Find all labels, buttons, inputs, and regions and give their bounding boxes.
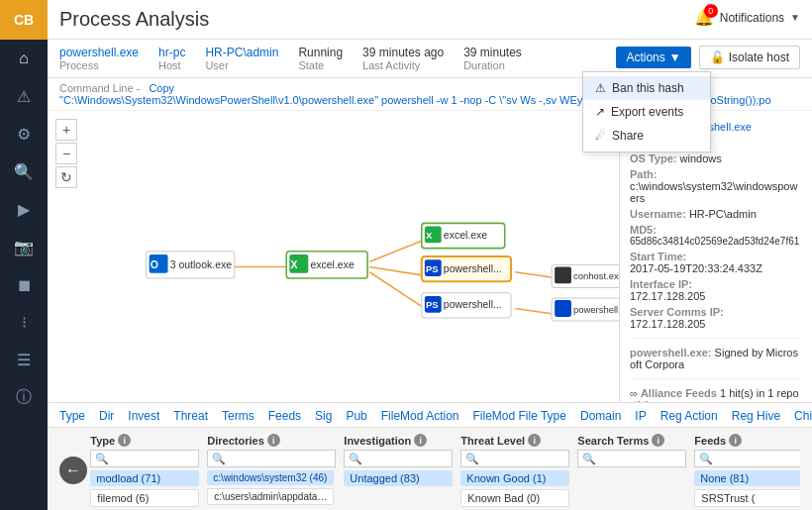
- rp-start-label: Start Time:: [630, 251, 686, 262]
- tab-child-path[interactable]: Child Path: [794, 409, 812, 427]
- filter-type-label: Type i: [90, 434, 199, 447]
- sidebar-icon-alert[interactable]: ⚠: [0, 77, 48, 115]
- tab-invest[interactable]: Invest: [128, 409, 159, 427]
- logo[interactable]: CB: [0, 0, 48, 40]
- rp-signed: powershell.exe: Signed by Microsoft Corp…: [630, 347, 802, 370]
- rp-server-value: 172.17.128.205: [630, 318, 802, 330]
- filter-terms-label: Search Terms i: [577, 434, 686, 447]
- sidebar-icon-home[interactable]: ⌂: [0, 40, 48, 77]
- filter-dirs-info-icon[interactable]: i: [267, 434, 280, 447]
- filter-invest-info-icon[interactable]: i: [414, 434, 427, 447]
- sidebar-icon-monitor[interactable]: ◼: [0, 265, 48, 303]
- rp-start-value: 2017-05-19T20:33:24.433Z: [630, 262, 802, 274]
- isolate-icon: 🔓: [710, 51, 725, 64]
- filter-feeds-label: Feeds i: [694, 434, 800, 447]
- main-content: Process Analysis 🔔 0 Notifications ▼ pow…: [48, 0, 812, 510]
- tab-threat[interactable]: Threat: [173, 409, 208, 427]
- back-button[interactable]: ←: [59, 457, 87, 484]
- notification-icon[interactable]: 🔔 0: [694, 8, 714, 27]
- filter-type-search[interactable]: [90, 450, 199, 467]
- process-activity-label: Last Activity: [362, 59, 444, 71]
- sidebar-icon-list[interactable]: ☰: [0, 341, 48, 378]
- filter-nav-bar: ← Type i modload (71) filemod (6) Direct…: [48, 428, 812, 510]
- notification-area: 🔔 0 Notifications ▼: [682, 0, 812, 35]
- actions-chevron-icon: ▼: [669, 51, 681, 64]
- tab-ip[interactable]: IP: [635, 409, 646, 427]
- filter-terms-info-icon[interactable]: i: [652, 434, 664, 447]
- sidebar-icon-info[interactable]: ⓘ: [0, 378, 48, 416]
- svg-text:PS: PS: [426, 300, 439, 311]
- actions-area: Actions ▼ ⚠ Ban this hash ↗ Export event…: [616, 46, 800, 69]
- tab-terms[interactable]: Terms: [222, 409, 254, 427]
- dropdown-ban-hash[interactable]: ⚠ Ban this hash: [583, 76, 710, 100]
- rp-path-value: c:\windows\system32\windowspowers: [630, 180, 802, 204]
- sidebar-icon-grid[interactable]: ⁝: [0, 303, 48, 341]
- svg-text:powershell...: powershell...: [444, 299, 502, 311]
- filter-feeds-badge-0[interactable]: None (81): [694, 470, 800, 486]
- ban-icon: ⚠: [595, 81, 606, 95]
- rp-os: OS Type: windows: [630, 153, 802, 164]
- dropdown-share[interactable]: ☄ Share: [583, 124, 710, 148]
- filter-feeds-badge-1[interactable]: SRSTrust (: [694, 489, 800, 507]
- filter-terms-search[interactable]: [577, 450, 686, 467]
- isolate-host-button[interactable]: 🔓 Isolate host: [699, 46, 800, 69]
- tab-filemod-action[interactable]: FileMod Action: [381, 409, 459, 427]
- rp-path-label: Path:: [630, 168, 658, 180]
- svg-text:excel.exe: excel.exe: [444, 229, 488, 241]
- filter-feeds-info-icon[interactable]: i: [729, 434, 742, 447]
- process-name-value[interactable]: powershell.exe: [59, 46, 139, 59]
- tab-filemod-file-type[interactable]: FileMod File Type: [472, 409, 565, 427]
- sidebar-icon-terminal[interactable]: ▶: [0, 190, 48, 228]
- page-title: Process Analysis: [59, 8, 209, 31]
- process-duration-value: 39 minutes: [463, 46, 522, 59]
- notification-chevron-icon: ▼: [790, 12, 800, 23]
- notification-label[interactable]: Notifications: [720, 11, 784, 25]
- svg-text:X: X: [290, 258, 297, 270]
- tab-pub[interactable]: Pub: [346, 409, 366, 427]
- tab-sig[interactable]: Sig: [315, 409, 332, 427]
- tab-domain[interactable]: Domain: [580, 409, 621, 427]
- filter-type-info-icon[interactable]: i: [118, 434, 131, 447]
- process-name-group: powershell.exe Process: [59, 46, 139, 71]
- process-user-value[interactable]: HR-PC\admin: [205, 46, 278, 59]
- svg-line-2: [369, 267, 422, 275]
- sidebar-icon-tag[interactable]: 📷: [0, 228, 48, 265]
- filter-dirs-badge-0[interactable]: c:\windows\system32 (46): [207, 470, 334, 485]
- filter-dirs-badge-1[interactable]: c:\users\admin\appdata\loc: [207, 488, 334, 505]
- tab-reg-action[interactable]: Reg Action: [660, 409, 718, 427]
- sidebar-icon-search[interactable]: 🔍: [0, 153, 48, 190]
- rp-md5-label: MD5:: [630, 224, 657, 236]
- rp-username-label: Username:: [630, 208, 686, 220]
- filter-dirs-search[interactable]: [207, 450, 336, 467]
- actions-button[interactable]: Actions ▼: [616, 47, 690, 68]
- export-icon: ↗: [595, 105, 605, 119]
- filter-type-badge-0[interactable]: modload (71): [90, 470, 199, 486]
- rp-server: Server Comms IP: 172.17.128.205: [630, 306, 802, 330]
- filter-threat-info-icon[interactable]: i: [528, 434, 541, 447]
- rp-interface: Interface IP: 172.17.128.205: [630, 278, 802, 302]
- filter-threat-badge-0[interactable]: Known Good (1): [460, 470, 569, 486]
- filter-threat-search[interactable]: [460, 450, 569, 467]
- filter-type-badge-1[interactable]: filemod (6): [90, 489, 199, 507]
- filter-invest-badge-0[interactable]: Untagged (83): [344, 470, 453, 486]
- filter-threat-badge-1[interactable]: Known Bad (0): [460, 489, 569, 507]
- isolate-label: Isolate host: [729, 51, 789, 64]
- filter-feeds-search[interactable]: [694, 450, 800, 467]
- tab-reg-hive[interactable]: Reg Hive: [732, 409, 780, 427]
- dropdown-export-events[interactable]: ↗ Export events: [583, 100, 710, 124]
- process-user-label: User: [205, 59, 278, 71]
- rp-os-label: OS Type:: [630, 153, 676, 164]
- sidebar-icon-gear[interactable]: ⚙: [0, 115, 48, 153]
- tab-dir[interactable]: Dir: [99, 409, 114, 427]
- copy-link[interactable]: Copy: [149, 82, 174, 94]
- rp-divider: [630, 338, 802, 339]
- filter-invest-search[interactable]: [344, 450, 453, 467]
- tab-feeds[interactable]: Feeds: [268, 409, 301, 427]
- rp-feeds: ∞ Alliance Feeds 1 hit(s) in 1 report(s): [630, 387, 802, 402]
- svg-text:powershell...: powershell...: [444, 262, 502, 274]
- rp-md5-value: 65d86c34814c02569e2ad53fd24e7f61: [630, 236, 802, 247]
- tab-type[interactable]: Type: [59, 409, 85, 427]
- filter-group-type: Type i modload (71) filemod (6): [90, 434, 199, 507]
- svg-line-3: [369, 272, 422, 307]
- process-host-value[interactable]: hr-pc: [158, 46, 185, 59]
